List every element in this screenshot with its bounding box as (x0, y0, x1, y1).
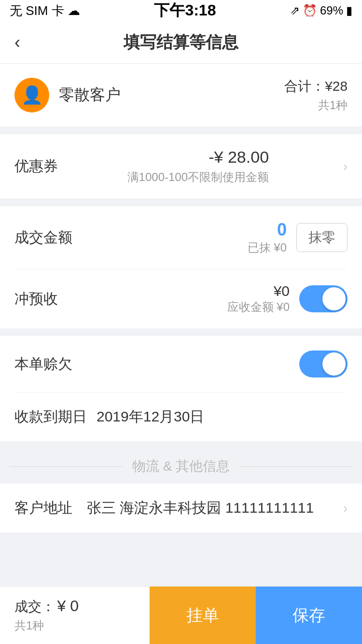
debt-label: 本单赊欠 (14, 354, 72, 374)
debt-card: 本单赊欠 收款到期日 2019年12月30日 (0, 336, 362, 441)
sim-label: 无 SIM 卡 ☁ (10, 2, 80, 19)
location-icon: ⇗ (290, 4, 300, 17)
coupon-discount: -¥ 28.00 (209, 148, 269, 167)
page-title: 填写结算等信息 (124, 31, 238, 54)
transaction-prepay-card: 成交金额 0 已抹 ¥0 抹零 冲预收 ¥0 应收金额 ¥0 (0, 206, 362, 328)
nav-bar: ‹ 填写结算等信息 (0, 21, 362, 64)
hang-button[interactable]: 挂单 (150, 587, 256, 644)
customer-row: 👤 零散客户 合计：¥28 共1种 (0, 64, 362, 126)
coupon-arrow-icon: › (343, 159, 348, 174)
bottom-summary-count: 共1种 (14, 618, 135, 633)
status-bar: 无 SIM 卡 ☁ 下午3:18 ⇗ ⏰ 69% ▮ (0, 0, 362, 21)
customer-name: 零散客户 (59, 84, 121, 106)
transaction-sub: 已抹 ¥0 (248, 240, 287, 255)
back-button[interactable]: ‹ (14, 32, 20, 53)
bottom-bar: 成交： ¥ 0 共1种 挂单 保存 (0, 586, 362, 644)
prepay-label: 冲预收 (14, 289, 58, 309)
round-button[interactable]: 抹零 (296, 223, 348, 252)
due-row: 收款到期日 2019年12月30日 (0, 392, 362, 441)
total-count: 共1种 (284, 98, 348, 113)
content: 👤 零散客户 合计：¥28 共1种 优惠券 -¥ 28.00 满1000-100… (0, 64, 362, 617)
total-amount: 合计：¥28 (284, 77, 348, 96)
address-label: 客户地址 (14, 498, 72, 518)
address-arrow-icon: › (343, 501, 348, 516)
prepay-sub: 应收金额 ¥0 (227, 299, 290, 315)
prepay-toggle[interactable] (299, 285, 348, 312)
bottom-label-row: 成交： ¥ 0 (14, 597, 135, 616)
bottom-summary: 成交： ¥ 0 共1种 (0, 597, 150, 633)
status-time: 下午3:18 (154, 0, 216, 21)
logistics-section-divider: 物流 & 其他信息 (0, 449, 362, 484)
status-right: ⇗ ⏰ 69% ▮ (290, 4, 352, 17)
section-line-right (239, 466, 352, 467)
coupon-row[interactable]: 优惠券 -¥ 28.00 满1000-100不限制使用金额 › (0, 134, 362, 198)
transaction-value: 0 (277, 220, 287, 240)
prepay-row: 冲预收 ¥0 应收金额 ¥0 (0, 269, 362, 328)
coupon-subtext: 满1000-100不限制使用金额 (127, 169, 269, 185)
toggle-knob (322, 287, 346, 310)
bottom-summary-amount: ¥ 0 (57, 597, 78, 615)
transaction-row: 成交金额 0 已抹 ¥0 抹零 (0, 206, 362, 269)
bottom-summary-label: 成交： (14, 599, 55, 614)
battery-icon: ▮ (346, 4, 352, 17)
address-card[interactable]: 客户地址 张三 海淀永丰科技园 11111111111 › (0, 484, 362, 532)
save-button[interactable]: 保存 (256, 587, 362, 644)
prepay-amount: ¥0 (274, 283, 290, 299)
due-value: 2019年12月30日 (97, 407, 204, 427)
prepay-right: ¥0 应收金额 ¥0 (227, 283, 348, 315)
debt-row: 本单赊欠 (0, 336, 362, 392)
battery-label: 69% (320, 4, 343, 17)
coupon-right: -¥ 28.00 满1000-100不限制使用金额 (127, 148, 269, 185)
transaction-label: 成交金额 (14, 228, 72, 248)
section-divider-text: 物流 & 其他信息 (132, 457, 230, 476)
alarm-icon: ⏰ (303, 4, 317, 17)
customer-card: 👤 零散客户 合计：¥28 共1种 (0, 64, 362, 126)
debt-toggle[interactable] (299, 350, 348, 378)
debt-toggle-knob (322, 352, 346, 376)
due-label: 收款到期日 (14, 407, 87, 427)
status-left: 无 SIM 卡 ☁ (10, 2, 80, 19)
customer-left: 👤 零散客户 (14, 78, 121, 112)
section-line-left (10, 466, 123, 467)
transaction-right: 0 已抹 ¥0 抹零 (248, 220, 348, 255)
customer-right: 合计：¥28 共1种 (284, 77, 348, 113)
amount-col: 0 已抹 ¥0 (248, 220, 287, 255)
address-row[interactable]: 客户地址 张三 海淀永丰科技园 11111111111 › (0, 484, 362, 532)
coupon-card[interactable]: 优惠券 -¥ 28.00 满1000-100不限制使用金额 › (0, 134, 362, 198)
coupon-label: 优惠券 (14, 156, 58, 176)
prepay-amounts: ¥0 应收金额 ¥0 (227, 283, 290, 315)
address-value: 张三 海淀永丰科技园 11111111111 (87, 498, 338, 518)
avatar: 👤 (14, 78, 49, 112)
address-right: › (338, 501, 348, 516)
